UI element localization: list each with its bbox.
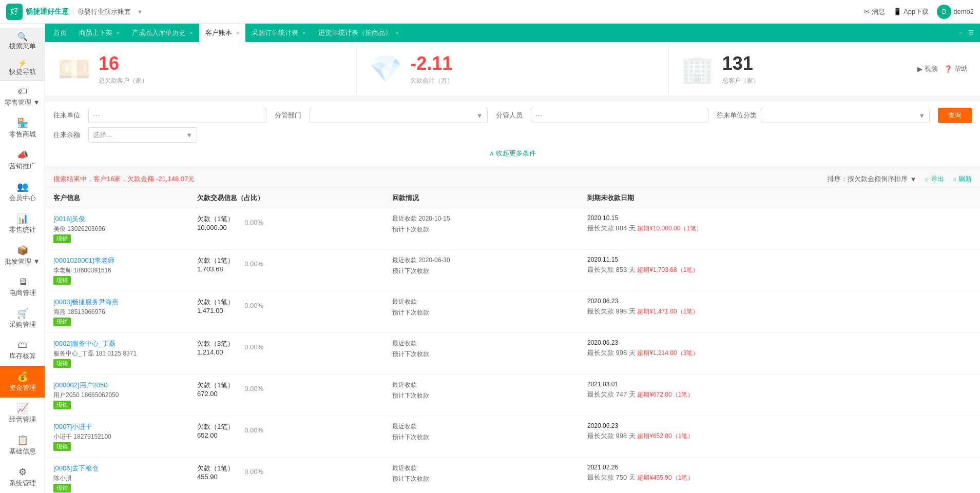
stat-debt-customers-value: 16 [99,53,148,74]
stat-total-customers-label: 总客户（家） [722,76,759,85]
system-icon: ⚙ [2,466,43,478]
query-button[interactable]: 查询 [938,108,972,123]
sidebar-label-retail-mgmt: 零售管理 ▼ [2,98,43,107]
video-btn[interactable]: ▶ 视频 [917,64,938,73]
debt-info-3: 欠款（3笔） 1,214.00 0.00% [197,339,392,356]
sidebar-item-ops[interactable]: 📈 经营管理 [0,398,45,429]
client-info-0: [0016]吴俊 吴俊 13026203696 现销 [53,214,197,243]
filter-balance-input[interactable]: 选择... ▼ [88,127,197,143]
sidebar-label-retail-shop: 零售商城 [2,130,43,139]
sidebar-item-purchase[interactable]: 🛒 采购管理 [0,303,45,334]
message-label: 消息 [872,7,885,16]
stat-info-total: 131 总客户（家） [722,53,759,85]
data-table: 客户信息 欠款交易信息（占比） 回款情况 到期未收款日期 [0016]吴俊 吴俊… [45,188,980,493]
sidebar-item-capital[interactable]: 💰 资金管理 [0,366,45,398]
debt-amount-0: 10,000.00 [197,224,234,231]
system-dropdown[interactable]: ▼ [137,9,143,15]
message-button[interactable]: ✉ 消息 [864,7,885,16]
help-btn[interactable]: ❓ 帮助 [944,64,968,73]
tab-customer-account[interactable]: 客户账本 × [199,24,245,42]
client-name-3[interactable]: [0002]服务中心_丁磊 [53,339,197,348]
client-name-5[interactable]: [0007]小进干 [53,422,197,431]
tab-product-status-label: 商品上下架 [79,28,112,37]
sort-label: 排序：按欠款金额倒序排序 [828,174,908,184]
filter-from-unit: 往来单位 ··· [53,108,266,123]
sidebar-quick-nav[interactable]: ⚡ 快捷导航 [0,55,45,81]
tab-incoming-stats[interactable]: 进货单统计表（按商品） × [312,24,405,42]
overdue-1[interactable]: 超期¥1,703.68（1笔） [637,266,699,273]
sidebar-item-member[interactable]: 👥 会员中心 [0,176,45,208]
sidebar-item-batch-mgmt[interactable]: 📦 批发管理 ▼ [0,240,45,271]
export-btn[interactable]: ○ 导出 [925,174,944,184]
debt-count-5: 欠款（1笔） [197,422,234,431]
client-tag-5: 现销 [53,442,71,451]
sidebar-search[interactable]: 🔍 搜索菜单 [0,28,45,55]
stat-card-total-customers: 🏢 131 总客户（家） ▶ 视频 ❓ 帮助 [669,42,980,95]
client-info-4: [000002]用户2050 用户2050 18665062050 现销 [53,381,197,409]
debt-row-0: 欠款（1笔） 10,000.00 0.00% [197,214,392,231]
filter-dept-label: 分管部门 [275,111,305,120]
tab-product-history-close[interactable]: × [189,30,193,36]
return-date-0: 最近收款 2020-10-15 [392,214,587,223]
filter-unit-category-input[interactable]: ▼ [761,108,930,123]
sidebar-item-basic[interactable]: 📋 基础信息 [0,429,45,461]
tab-customer-account-close[interactable]: × [236,30,239,36]
debt-main-6: 欠款（1笔） 455.90 [197,464,234,481]
sidebar-item-inventory[interactable]: 🗃 库存核算 [0,334,45,366]
tab-purchase-stats-close[interactable]: × [302,30,305,36]
client-name-1[interactable]: [0001020001]李老师 [53,256,197,265]
debt-main-5: 欠款（1笔） 652.00 [197,422,234,439]
sidebar-item-marketing[interactable]: 📣 营销推广 [0,144,45,176]
filter-person-label: 分管人员 [496,111,527,120]
sidebar-label-capital: 资金管理 [2,383,43,392]
tab-purchase-stats[interactable]: 采购订单统计表 × [245,24,312,42]
client-name-2[interactable]: [0003]畅捷服务尹海燕 [53,298,197,307]
sidebar-item-ecommerce[interactable]: 🖥 电商管理 [0,271,45,303]
help-label: 帮助 [954,64,968,73]
client-name-0[interactable]: [0016]吴俊 [53,214,197,224]
sidebar-item-system[interactable]: ⚙ 系统管理 [0,461,45,493]
return-info-1: 最近收款 2020-06-30 预计下次收款 [392,256,587,275]
tab-product-history[interactable]: 产成品入库单历史 × [126,24,199,42]
col-header-debt: 欠款交易信息（占比） [197,193,392,203]
app-download-button[interactable]: 📱 App下载 [893,7,929,16]
retail-shop-icon: 🏪 [2,117,43,129]
sort-select[interactable]: 排序：按欠款金额倒序排序 ▼ [828,174,916,184]
overdue-5[interactable]: 超期¥652.00（1笔） [637,432,694,440]
client-name-4[interactable]: [000002]用户2050 [53,381,197,390]
tab-expand-icon[interactable]: ⊞ [968,28,974,37]
tab-home[interactable]: 首页 [47,24,73,42]
table-row: [0006]去下粮仓 陈小册 现销 欠款（1笔） 455.90 0.00% [45,458,980,493]
filter-from-unit-input[interactable]: ··· [88,108,266,123]
overdue-3[interactable]: 超期¥1,214.00（3笔） [637,349,699,357]
collapse-btn[interactable]: ∧ 收起更多条件 [53,147,972,160]
filter-person-input[interactable]: ··· [531,108,709,123]
debt-info-4: 欠款（1笔） 672.00 0.00% [197,381,392,398]
filter-dept-input[interactable]: ▼ [310,108,488,123]
overdue-2[interactable]: 超期¥1,471.00（1笔） [637,308,699,315]
sort-dropdown-icon: ▼ [910,175,916,183]
filter-row-1: 往来单位 ··· 分管部门 ▼ 分管人员 [53,108,972,123]
return-next-5: 预计下次收款 [392,433,587,442]
user-area[interactable]: D demo2 [937,5,974,19]
overdue-6[interactable]: 超期¥455.90（1笔） [637,474,694,481]
return-next-2: 预计下次收款 [392,308,587,317]
tab-incoming-stats-close[interactable]: × [396,30,399,36]
refresh-icon: ○ [952,175,956,183]
overdue-0[interactable]: 超期¥10,000.00（1笔） [637,225,702,232]
sidebar-item-retail-shop[interactable]: 🏪 零售商城 [0,112,45,144]
sidebar-item-retail-stats[interactable]: 📊 零售统计 [0,208,45,240]
tab-product-status[interactable]: 商品上下架 × [73,24,126,42]
refresh-btn[interactable]: ○ 刷新 [952,174,972,184]
stat-icon-debt: 💴 [57,52,90,85]
return-next-1: 预计下次收款 [392,267,587,275]
due-days-6: 最长欠款 750 天 超期¥455.90（1笔） [587,473,972,482]
return-date-4: 最近收款 [392,381,587,389]
sidebar-item-retail-mgmt[interactable]: 🏷 零售管理 ▼ [0,81,45,112]
overdue-4[interactable]: 超期¥672.00（1笔） [637,391,694,398]
tab-minimize-icon[interactable]: － [957,28,964,37]
client-name-6[interactable]: [0006]去下粮仓 [53,464,197,473]
debt-count-0: 欠款（1笔） [197,214,234,224]
sidebar: 🔍 搜索菜单 ⚡ 快捷导航 🏷 零售管理 ▼ 🏪 零售商城 📣 营销推广 👥 会… [0,24,45,493]
tab-product-status-close[interactable]: × [117,30,120,36]
